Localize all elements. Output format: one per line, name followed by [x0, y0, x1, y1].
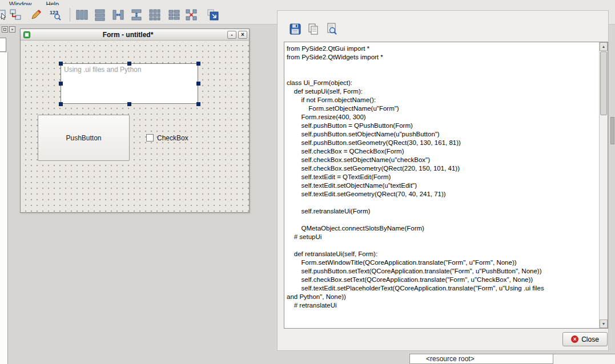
layout-splitter-vertical-button[interactable]	[129, 7, 145, 23]
menu-help[interactable]: Help	[46, 1, 59, 5]
layout-vertical-button[interactable]	[93, 7, 108, 23]
close-window-button[interactable]: ×	[238, 31, 247, 39]
layout-form-icon	[167, 8, 181, 22]
form-window-title: Form - untitled*	[30, 31, 226, 39]
close-button[interactable]: × Close	[562, 332, 608, 346]
dock-float-icon	[3, 28, 6, 31]
layout-splitter-vertical-icon	[130, 8, 143, 22]
scroll-down-button[interactable]: ▼	[600, 319, 608, 328]
dock-close-icon: ×	[11, 27, 14, 32]
checkbox-widget[interactable]: CheckBox	[146, 126, 204, 149]
toolbar-separator	[70, 8, 70, 22]
save-button[interactable]	[288, 21, 304, 37]
break-layout-icon	[184, 8, 198, 22]
edit-signals-slots-button[interactable]	[8, 7, 24, 23]
edit-tab-order-button[interactable]: 123	[48, 7, 64, 23]
code-text[interactable]: from PySide2.QtGui import * from PySide2…	[287, 45, 598, 327]
form-canvas[interactable]: Using .ui files and Python PushButton Ch…	[21, 41, 249, 212]
minimize-button[interactable]: -	[227, 31, 236, 39]
edit-signals-slots-icon	[9, 8, 22, 22]
save-icon	[288, 22, 302, 36]
selection-handle-top-left[interactable]	[59, 62, 63, 66]
dock-close-button[interactable]: ×	[9, 26, 15, 33]
menu-window[interactable]: Window	[9, 1, 31, 5]
selection-handle-middle-right[interactable]	[196, 82, 200, 86]
adjust-size-icon	[206, 8, 220, 22]
adjust-size-button[interactable]	[206, 7, 222, 23]
copy-button[interactable]	[306, 21, 322, 37]
form-editor-window: Form - untitled* - × Using .ui files and…	[20, 29, 250, 213]
background-scrollbar-thumb[interactable]	[610, 117, 614, 144]
form-window-icon	[23, 31, 30, 38]
selection-handle-top-right[interactable]	[196, 62, 200, 66]
code-preview-dialog: from PySide2.QtGui import * from PySide2…	[277, 10, 609, 351]
selection-handle-top-center[interactable]	[127, 62, 131, 66]
selection-handle-bottom-right[interactable]	[196, 102, 200, 106]
selection-handle-middle-left[interactable]	[59, 82, 63, 86]
edit-buddies-button[interactable]	[29, 7, 45, 23]
code-editor[interactable]: from PySide2.QtGui import * from PySide2…	[284, 42, 608, 329]
textedit-widget[interactable]: Using .ui files and Python	[61, 63, 198, 104]
resource-root-item[interactable]: <resource root>	[409, 354, 553, 364]
code-scrollbar[interactable]: ▲ ▼	[599, 42, 608, 328]
dock-filter-input[interactable]	[0, 38, 6, 52]
resource-panel-edge	[553, 354, 615, 364]
close-button-label: Close	[581, 335, 599, 343]
textedit-placeholder: Using .ui files and Python	[64, 66, 141, 74]
edit-widgets-icon	[0, 8, 9, 22]
close-dialog-icon: ×	[571, 335, 578, 343]
menubar: Window Help	[0, 0, 615, 5]
layout-form-button[interactable]	[167, 7, 183, 23]
checkbox-indicator[interactable]	[146, 134, 154, 141]
layout-splitter-horizontal-icon	[111, 8, 125, 22]
checkbox-label: CheckBox	[157, 134, 188, 142]
scrollbar-thumb[interactable]	[600, 51, 607, 115]
break-layout-button[interactable]	[184, 7, 200, 23]
layout-grid-button[interactable]	[147, 7, 163, 23]
dock-float-button[interactable]	[2, 26, 8, 33]
preview-magnifier-icon	[325, 22, 339, 36]
form-window-titlebar[interactable]: Form - untitled* - ×	[21, 29, 249, 41]
scroll-up-button[interactable]: ▲	[600, 42, 608, 51]
selection-handle-bottom-left[interactable]	[59, 102, 63, 106]
layout-splitter-horizontal-button[interactable]	[111, 7, 127, 23]
layout-horizontal-icon	[75, 8, 89, 22]
pushbutton-widget[interactable]: PushButton	[38, 115, 130, 161]
layout-vertical-icon	[93, 8, 107, 22]
edit-buddies-icon	[29, 8, 43, 22]
left-panel-edge	[0, 52, 8, 364]
edit-tab-order-icon: 123	[49, 8, 62, 22]
layout-horizontal-button[interactable]	[74, 7, 90, 23]
preview-button[interactable]	[324, 21, 340, 37]
selection-handle-bottom-center[interactable]	[127, 102, 131, 106]
layout-grid-icon	[148, 8, 162, 22]
copy-icon	[307, 22, 320, 36]
